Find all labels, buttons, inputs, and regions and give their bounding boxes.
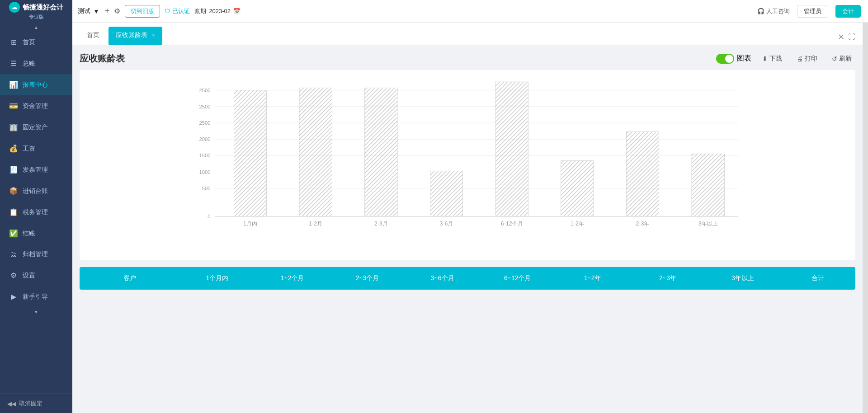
sidebar-label-archive: 归档管理	[23, 250, 48, 258]
project-selector[interactable]: 测试 ▼	[78, 7, 99, 15]
th-1-2year: 1~2年	[555, 267, 630, 290]
settings-icon: ⚙	[9, 271, 18, 280]
svg-text:2500: 2500	[199, 88, 210, 93]
svg-text:1-2月: 1-2月	[309, 221, 322, 227]
role-button[interactable]: 会计	[835, 5, 861, 18]
report-header: 应收账龄表 图表 ⬇ 下载 🖨 打印 ↺	[80, 52, 855, 65]
tab-current-label: 应收账龄表	[116, 31, 147, 38]
consult-button[interactable]: 🎧 人工咨询	[757, 7, 790, 15]
chart-toggle-group: 图表	[716, 54, 751, 64]
th-3plus: 3年以上	[705, 267, 780, 290]
sidebar-item-settings[interactable]: ⚙ 设置	[0, 265, 72, 286]
sidebar-label-settings: 设置	[23, 272, 35, 280]
content-area: 首页 应收账龄表 × ✕ ⛶ 应收账龄表 图表	[72, 23, 863, 413]
bar-6-12月	[495, 82, 528, 216]
sidebar-item-invoice[interactable]: 🧾 发票管理	[0, 159, 72, 180]
download-button[interactable]: ⬇ 下载	[759, 53, 786, 65]
archive-icon: 🗂	[9, 250, 18, 258]
switch-version-button[interactable]: 切到旧版	[125, 5, 160, 18]
sidebar-item-guide[interactable]: ▶ 新手引导	[0, 286, 72, 307]
sidebar-label-report: 报表中心	[23, 81, 48, 89]
sidebar-label-assets: 固定资产	[23, 123, 48, 131]
svg-text:1000: 1000	[199, 169, 210, 175]
period-info: 账期 2023-02 📅	[194, 7, 241, 15]
certified-badge: 🛡 已认证	[165, 7, 190, 15]
tab-receivable-aging[interactable]: 应收账龄表 ×	[108, 27, 162, 45]
gear-icon[interactable]: ⚙	[114, 7, 120, 15]
period-value: 2023-02	[209, 8, 231, 14]
sidebar-item-home[interactable]: ⊞ 首页	[0, 32, 72, 53]
cancel-fixed-button[interactable]: ◀◀ 取消固定	[0, 394, 72, 413]
report-page: 应收账龄表 图表 ⬇ 下载 🖨 打印 ↺	[72, 45, 863, 413]
topbar-actions: + ⚙ 切到旧版 🛡 已认证 账期 2023-02 📅	[105, 5, 241, 18]
sidebar-label-funds: 资金管理	[23, 102, 48, 110]
print-label: 打印	[805, 55, 817, 63]
pin-icon: ◀◀	[7, 400, 16, 407]
refresh-button[interactable]: ↺ 刷新	[828, 53, 855, 65]
sidebar-item-ledger[interactable]: ☰ 总账	[0, 53, 72, 74]
calendar-icon[interactable]: 📅	[233, 8, 241, 14]
expand-icon[interactable]: ⛶	[848, 33, 855, 41]
svg-text:500: 500	[202, 186, 211, 191]
sidebar-label-trade: 进销台账	[23, 187, 48, 195]
manager-button[interactable]: 管理员	[797, 5, 828, 18]
sidebar-item-tax[interactable]: 📋 税务管理	[0, 202, 72, 223]
svg-text:3年以上: 3年以上	[698, 221, 718, 227]
topbar: ☁ 畅捷通好会计 专业版 测试 ▼ + ⚙ 切到旧版 🛡 已认证 账期 2023…	[0, 0, 868, 23]
assets-icon: 🏢	[9, 123, 18, 131]
chart-toggle[interactable]	[716, 54, 734, 64]
funds-icon: 💳	[9, 102, 18, 110]
guide-icon: ▶	[9, 292, 18, 301]
settle-icon: ✅	[9, 229, 18, 238]
sidebar-item-funds[interactable]: 💳 资金管理	[0, 95, 72, 117]
tab-bar-actions: ✕ ⛶	[838, 32, 855, 45]
table-header: 客户 1个月内 1~2个月 2~3个月 3~6个月 6~12个月 1~2年 2~…	[80, 267, 855, 290]
chart-label: 图表	[737, 54, 751, 63]
sidebar-label-settle: 结账	[23, 230, 35, 238]
main-layout: ▲ ⊞ 首页 ☰ 总账 📊 报表中心 💳 资金管理 🏢 固定资产 💰 工资 🧾 …	[0, 23, 868, 413]
tab-close-icon[interactable]: ×	[152, 32, 155, 38]
sidebar-item-report[interactable]: 📊 报表中心	[0, 74, 72, 95]
sidebar-item-salary[interactable]: 💰 工资	[0, 138, 72, 159]
sidebar-item-trade[interactable]: 📦 进销台账	[0, 180, 72, 202]
bar-1-2月	[299, 88, 332, 216]
bar-3年以上	[692, 154, 724, 216]
bar-3-6月	[430, 171, 462, 216]
bar-2-3月	[365, 88, 397, 216]
print-button[interactable]: 🖨 打印	[793, 53, 821, 65]
svg-text:1月内: 1月内	[243, 221, 257, 227]
sidebar-item-settle[interactable]: ✅ 结账	[0, 223, 72, 244]
refresh-icon: ↺	[832, 55, 837, 62]
svg-text:3-6月: 3-6月	[440, 221, 453, 227]
logo-sub: 专业版	[29, 14, 44, 20]
sidebar-item-assets[interactable]: 🏢 固定资产	[0, 117, 72, 138]
right-scrollbar[interactable]	[863, 23, 868, 413]
sidebar-scroll-down[interactable]: ▼	[0, 307, 72, 316]
report-title: 应收账龄表	[80, 52, 125, 65]
download-label: 下载	[769, 55, 782, 63]
invoice-icon: 🧾	[9, 165, 18, 174]
topbar-right: 🎧 人工咨询 管理员 会计	[757, 5, 861, 18]
sidebar-item-archive[interactable]: 🗂 归档管理	[0, 244, 72, 265]
report-tools: 图表 ⬇ 下载 🖨 打印 ↺ 刷新	[716, 53, 855, 65]
sidebar-bottom: ◀◀ 取消固定	[0, 394, 72, 413]
tab-home[interactable]: 首页	[80, 27, 107, 45]
th-6-12month: 6~12个月	[480, 267, 555, 290]
logo-main: ☁ 畅捷通好会计	[9, 2, 63, 13]
salary-icon: 💰	[9, 144, 18, 153]
ledger-icon: ☰	[9, 59, 18, 68]
svg-text:2500: 2500	[199, 120, 210, 126]
th-1-2month: 1~2个月	[255, 267, 330, 290]
tax-icon: 📋	[9, 208, 18, 216]
download-icon: ⬇	[762, 55, 768, 62]
svg-text:1500: 1500	[199, 153, 210, 158]
table-wrapper: 客户 1个月内 1~2个月 2~3个月 3~6个月 6~12个月 1~2年 2~…	[80, 267, 855, 290]
add-icon[interactable]: +	[105, 6, 110, 16]
close-window-icon[interactable]: ✕	[838, 32, 844, 42]
th-2-3year: 2~3年	[630, 267, 705, 290]
svg-text:2-3月: 2-3月	[374, 221, 388, 227]
home-icon: ⊞	[9, 38, 18, 47]
svg-text:1-2年: 1-2年	[571, 221, 584, 227]
sidebar-scroll-up[interactable]: ▲	[0, 23, 72, 32]
bar-1月内	[234, 90, 266, 216]
